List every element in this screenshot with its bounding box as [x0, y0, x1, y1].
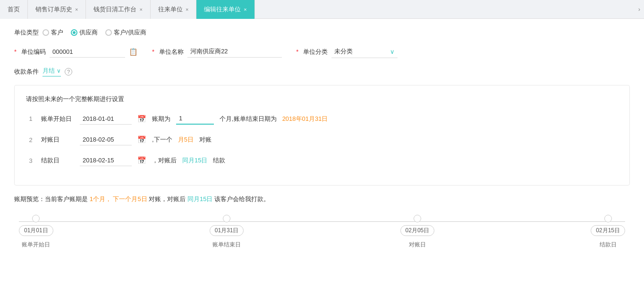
node-circle-0	[32, 215, 40, 222]
timeline-node-3: 02月15日 结款日	[591, 215, 625, 249]
timeline-node-1: 01月31日 账单结束日	[210, 215, 244, 249]
row-1-date-input[interactable]	[80, 113, 132, 125]
row-1-period-prefix: 账期为	[152, 115, 170, 123]
payment-condition-chevron[interactable]: ∨	[57, 68, 61, 74]
radio-supplier-label: 供应商	[79, 28, 98, 37]
timeline-nodes: 01月01日 账单开始日 01月31日 账单结束日 02月05日 对账日 02月…	[19, 215, 625, 249]
radio-supplier-circle	[71, 29, 77, 36]
payment-help-icon[interactable]: ?	[65, 68, 72, 76]
tab-home-label: 首页	[8, 5, 20, 14]
tab-edit-partner[interactable]: 编辑往来单位 ×	[196, 0, 254, 19]
row-3-calendar-icon[interactable]: 📅	[137, 156, 146, 165]
unit-type-radio-group: 客户 供应商 客户/供应商	[42, 28, 146, 37]
unit-category-dropdown[interactable]: 未分类 ∨	[331, 45, 398, 58]
unit-name-star: *	[152, 48, 154, 55]
panel-row-2: 2 对账日 📅 ,下一个 月5日 对账	[26, 134, 618, 145]
unit-category-value: 未分类	[334, 47, 353, 56]
row-3-suffix: 结款	[213, 156, 225, 165]
row-1-calendar-icon[interactable]: 📅	[137, 115, 146, 123]
unit-name-field: * 单位名称	[152, 46, 282, 58]
preview-part2: 下一个月5日	[113, 195, 147, 203]
tab-partners[interactable]: 往来单位 ×	[151, 0, 196, 19]
row-2-prefix: ,下一个	[152, 135, 172, 144]
node-label-1: 账单结束日	[212, 241, 241, 249]
unit-name-label: 单位名称	[159, 48, 184, 56]
unit-name-input[interactable]	[187, 46, 282, 58]
unit-category-btn[interactable]: 未分类 ∨	[331, 45, 398, 58]
unit-code-label: 单位编码	[21, 48, 46, 56]
payment-condition-wrap: 月结 ∨	[42, 67, 61, 76]
payment-condition-row: 收款条件 月结 ∨ ?	[14, 67, 630, 76]
row-1-period-suffix: 个月,账单结束日期为	[220, 115, 277, 123]
preview-prefix: 账期预览：当前客户账期是	[14, 195, 88, 203]
payment-condition-field: 收款条件 月结 ∨ ?	[14, 67, 72, 76]
node-label-2: 对账日	[409, 241, 426, 249]
radio-customer-supplier[interactable]: 客户/供应商	[105, 28, 146, 37]
node-date-1: 01月31日	[210, 225, 244, 236]
unit-info-row: * 单位编码 📋 * 单位名称 * 单位分类 未分类 ∨	[14, 45, 630, 58]
node-date-2: 02月05日	[400, 225, 435, 236]
timeline-node-0: 01月01日 账单开始日	[19, 215, 53, 249]
radio-customer-label: 客户	[51, 28, 63, 37]
timeline-node-2: 02月05日 对账日	[400, 215, 435, 249]
radio-customer-circle	[42, 29, 49, 36]
unit-code-icon[interactable]: 📋	[129, 48, 138, 56]
row-3-highlight: 同月15日	[182, 156, 207, 165]
preview-mid: 对账，对账后	[149, 195, 186, 203]
unit-code-star: *	[14, 48, 17, 55]
payment-condition-label: 收款条件	[14, 68, 39, 76]
radio-customer[interactable]: 客户	[42, 28, 63, 37]
tab-partners-label: 往来单位	[158, 5, 183, 14]
tab-sales-order-history[interactable]: 销售订单历史 ×	[28, 0, 86, 19]
payment-condition-value: 月结	[42, 67, 55, 75]
row-2-num: 2	[26, 136, 35, 144]
preview-suffix: 该客户会给我打款。	[214, 195, 270, 203]
radio-supplier[interactable]: 供应商	[71, 28, 98, 37]
tab-expand-btn[interactable]: ›	[635, 0, 644, 19]
preview-part1: 1个月，	[90, 195, 111, 203]
radio-customer-supplier-label: 客户/供应商	[114, 28, 146, 37]
panel-row-1: 1 账单开始日 📅 账期为 个月,账单结束日期为 2018年01月31日	[26, 113, 618, 125]
unit-type-label: 单位类型	[14, 28, 39, 37]
tab-sales-close[interactable]: ×	[75, 7, 78, 12]
row-1-end-date: 2018年01月31日	[282, 115, 328, 123]
unit-type-field: 单位类型 客户 供应商 客户/供应商	[14, 28, 146, 37]
node-date-0: 01月01日	[19, 225, 53, 236]
unit-code-field: * 单位编码 📋	[14, 46, 138, 58]
panel-row-3: 3 结款日 📅 ，对账后 同月15日 结款	[26, 155, 618, 166]
timeline-wrapper: 01月01日 账单开始日 01月31日 账单结束日 02月05日 对账日 02月…	[14, 215, 630, 253]
preview-part3: 同月15日	[187, 195, 212, 203]
row-1-period-input[interactable]	[176, 113, 214, 125]
radio-customer-supplier-circle	[105, 29, 112, 36]
tab-cash-work[interactable]: 钱货日清工作台 ×	[86, 0, 150, 19]
unit-code-input[interactable]	[50, 46, 125, 58]
main-content: 单位类型 客户 供应商 客户/供应商 * 单位编码	[0, 19, 644, 287]
row-2-date-input[interactable]	[80, 134, 132, 145]
tab-sales-label: 销售订单历史	[35, 5, 72, 14]
preview-text: 账期预览：当前客户账期是 1个月， 下一个月5日 对账，对账后 同月15日 该客…	[14, 195, 630, 203]
tab-cash-label: 钱货日清工作台	[93, 5, 136, 14]
unit-type-row: 单位类型 客户 供应商 客户/供应商	[14, 28, 630, 37]
tab-home[interactable]: 首页	[0, 0, 28, 19]
row-1-label: 账单开始日	[41, 115, 74, 123]
settings-panel: 请按照未来的一个完整帐期进行设置 1 账单开始日 📅 账期为 个月,账单结束日期…	[14, 85, 630, 186]
panel-title: 请按照未来的一个完整帐期进行设置	[26, 95, 618, 103]
row-3-date-input[interactable]	[80, 155, 132, 166]
tab-edit-label: 编辑往来单位	[204, 5, 241, 14]
row-2-calendar-icon[interactable]: 📅	[137, 135, 146, 144]
row-3-label: 结款日	[41, 156, 74, 165]
unit-category-chevron: ∨	[390, 48, 395, 55]
row-2-highlight: 月5日	[178, 135, 194, 144]
row-2-label: 对账日	[41, 135, 74, 144]
node-date-3: 02月15日	[591, 225, 625, 236]
node-label-0: 账单开始日	[22, 241, 50, 249]
node-label-3: 结款日	[600, 241, 617, 249]
row-1-num: 1	[26, 115, 35, 122]
tab-edit-close[interactable]: ×	[244, 7, 246, 12]
node-circle-1	[223, 215, 230, 222]
tab-bar: 首页 销售订单历史 × 钱货日清工作台 × 往来单位 × 编辑往来单位 × ›	[0, 0, 644, 19]
node-circle-2	[414, 215, 421, 222]
tab-partners-close[interactable]: ×	[186, 7, 188, 12]
unit-category-star: *	[296, 48, 298, 55]
tab-cash-close[interactable]: ×	[139, 7, 142, 12]
